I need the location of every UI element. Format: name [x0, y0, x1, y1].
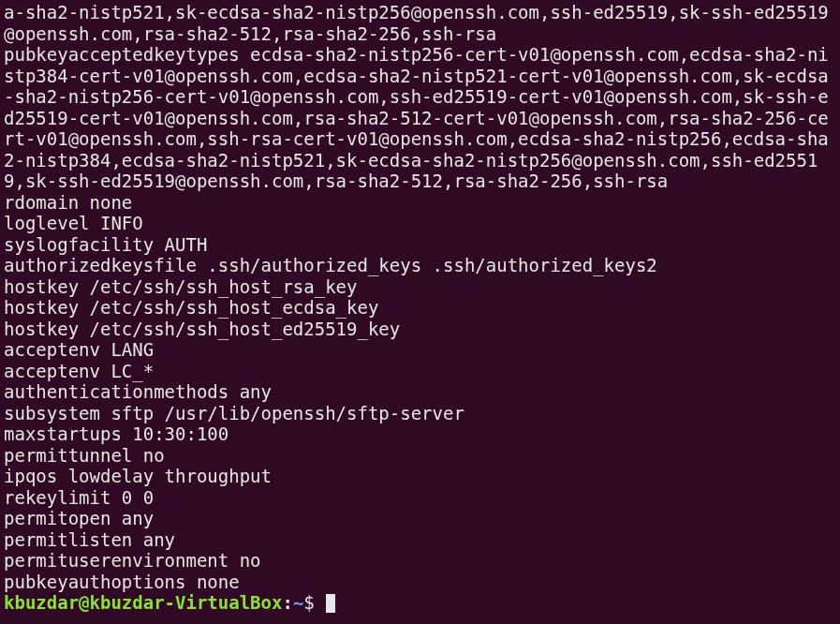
- prompt-symbol: $: [303, 592, 314, 613]
- prompt-path: ~: [293, 592, 303, 613]
- terminal-window[interactable]: a-sha2-nistp521,sk-ecdsa-sha2-nistp256@o…: [4, 2, 836, 614]
- terminal-output: a-sha2-nistp521,sk-ecdsa-sha2-nistp256@o…: [4, 2, 829, 592]
- command-input-area[interactable]: [315, 592, 335, 613]
- cursor-icon: [326, 594, 335, 613]
- prompt-user-host: kbuzdar@kbuzdar-VirtualBox: [4, 592, 282, 613]
- prompt-colon: :: [282, 592, 292, 613]
